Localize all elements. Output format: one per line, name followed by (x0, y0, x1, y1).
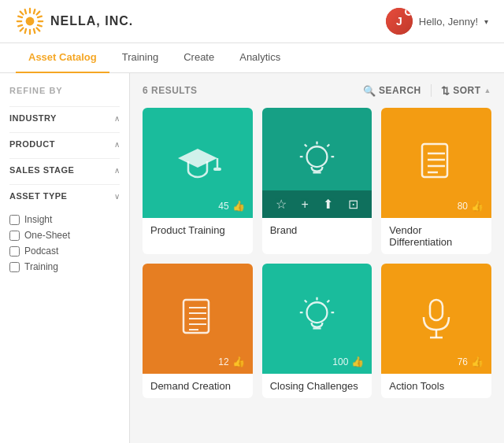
thumbs-up-icon: 👍 (232, 200, 245, 212)
logo-icon (16, 7, 44, 35)
svg-line-26 (327, 144, 329, 146)
external-link-icon[interactable]: ⊡ (348, 197, 358, 212)
sort-chevron-icon: ▲ (484, 87, 491, 94)
card-thumb-product-training: 45 👍 (143, 108, 253, 218)
filter-sales-stage: SALES STAGE ∧ (9, 158, 120, 181)
asset-grid: 45 👍 Product Training (143, 108, 491, 398)
filter-asset-type-header[interactable]: ASSET TYPE ∨ (9, 184, 120, 207)
svg-rect-45 (430, 300, 443, 320)
card-title-demand-creation: Demand Creation (143, 374, 253, 398)
graduation-icon (174, 139, 221, 186)
content-area: 6 RESULTS 🔍 SEARCH ⇅ SORT ▲ (130, 73, 504, 443)
card-title-product-training: Product Training (143, 218, 253, 242)
filter-checkbox-training[interactable] (9, 262, 20, 272)
logo-text: NELLA, INC. (50, 14, 133, 28)
card-thumb-action-tools: 76 👍 (381, 264, 491, 374)
document-icon (416, 139, 457, 186)
search-label: SEARCH (379, 85, 421, 96)
svg-line-12 (18, 25, 22, 26)
filter-sales-stage-title: SALES STAGE (9, 165, 74, 175)
card-count-product-training: 45 👍 (218, 200, 244, 212)
filter-asset-type-options: Insight One-Sheet Podcast Training (9, 207, 120, 279)
filter-option-one-sheet[interactable]: One-Sheet (9, 227, 120, 243)
card-brand[interactable]: ☆ + ⬆ ⊡ Brand (262, 108, 372, 254)
sort-label: SORT (453, 85, 480, 96)
filter-sales-stage-header[interactable]: SALES STAGE ∧ (9, 158, 120, 181)
card-count-demand-creation: 12 👍 (218, 356, 244, 367)
filter-sales-stage-chevron-icon: ∧ (114, 166, 120, 175)
filter-asset-type: ASSET TYPE ∨ Insight One-Sheet Podcast (9, 184, 120, 279)
filter-industry-title: INDUSTRY (9, 113, 57, 123)
card-count-vendor-differentiation: 80 👍 (458, 200, 484, 212)
svg-line-13 (18, 17, 22, 17)
svg-rect-32 (183, 300, 209, 333)
filter-option-training-label: Training (24, 261, 58, 272)
sort-button[interactable]: ⇅ SORT ▲ (441, 85, 491, 97)
lightbulb-icon-2 (295, 295, 339, 342)
filter-checkbox-insight[interactable] (9, 215, 20, 225)
card-hover-overlay-brand: ☆ + ⬆ ⊡ (262, 190, 372, 218)
filter-industry: INDUSTRY ∧ (9, 106, 120, 129)
card-thumb-demand-creation: 12 👍 (143, 264, 253, 374)
card-count-action-tools: 76 👍 (458, 356, 484, 367)
svg-line-44 (327, 300, 329, 302)
logo-area: NELLA, INC. (16, 7, 133, 35)
card-title-closing-challenges: Closing Challenges (262, 374, 372, 398)
thumbs-up-icon: 👍 (232, 356, 245, 367)
card-closing-challenges[interactable]: 100 👍 Closing Challenges (262, 264, 372, 398)
svg-line-6 (37, 28, 40, 31)
nav-item-asset-catalog[interactable]: Asset Catalog (16, 43, 109, 73)
filter-industry-chevron-icon: ∧ (114, 114, 120, 123)
filter-industry-header[interactable]: INDUSTRY ∧ (9, 106, 120, 129)
filter-option-podcast-label: Podcast (24, 245, 58, 257)
filter-checkbox-podcast[interactable] (9, 246, 20, 257)
svg-point-0 (26, 17, 35, 26)
filter-product-header[interactable]: PRODUCT ∧ (9, 132, 120, 155)
search-icon: 🔍 (363, 85, 376, 97)
card-title-brand: Brand (262, 218, 372, 242)
add-icon[interactable]: + (302, 198, 309, 212)
nav-item-create[interactable]: Create (171, 43, 227, 73)
filter-option-training[interactable]: Training (9, 259, 120, 275)
sort-icon: ⇅ (441, 85, 450, 97)
thumbs-up-icon: 👍 (351, 356, 364, 367)
svg-line-11 (38, 17, 42, 17)
results-header: 6 RESULTS 🔍 SEARCH ⇅ SORT ▲ (143, 84, 491, 97)
results-count: 6 RESULTS (143, 85, 198, 96)
main-nav: Asset Catalog Training Create Analytics (0, 43, 504, 73)
bookmark-icon[interactable]: ☆ (276, 197, 287, 212)
card-vendor-differentiation[interactable]: 80 👍 Vendor Differentiation (381, 108, 491, 254)
lightbulb-icon (295, 139, 339, 186)
svg-marker-17 (178, 149, 217, 168)
avatar: J (386, 8, 413, 35)
filter-checkbox-one-sheet[interactable] (9, 231, 20, 241)
card-thumb-closing-challenges: 100 👍 (262, 264, 372, 374)
filter-option-insight[interactable]: Insight (9, 212, 120, 227)
results-actions: 🔍 SEARCH ⇅ SORT ▲ (363, 84, 491, 97)
filter-option-podcast[interactable]: Podcast (9, 243, 120, 259)
filter-product: PRODUCT ∧ (9, 132, 120, 155)
user-area[interactable]: J Hello, Jenny! ▾ (386, 8, 488, 35)
svg-point-38 (307, 302, 328, 323)
nav-item-training[interactable]: Training (109, 43, 171, 73)
svg-line-8 (20, 28, 24, 31)
card-title-action-tools: Action Tools (381, 374, 491, 398)
nav-item-analytics[interactable]: Analytics (227, 43, 293, 73)
document-lines-icon (177, 295, 218, 342)
card-product-training[interactable]: 45 👍 Product Training (143, 108, 253, 254)
share-icon[interactable]: ⬆ (323, 197, 333, 212)
search-button[interactable]: 🔍 SEARCH (363, 85, 421, 97)
filter-product-chevron-icon: ∧ (114, 140, 120, 149)
svg-line-14 (38, 25, 42, 26)
svg-line-25 (305, 144, 307, 146)
card-demand-creation[interactable]: 12 👍 Demand Creation (143, 264, 253, 398)
thumbs-up-icon: 👍 (471, 356, 484, 367)
card-action-tools[interactable]: 76 👍 Action Tools (381, 264, 491, 398)
filter-option-insight-label: Insight (24, 214, 52, 225)
svg-line-7 (37, 12, 40, 15)
svg-point-20 (307, 146, 328, 167)
filter-option-one-sheet-label: One-Sheet (24, 230, 70, 241)
svg-line-15 (34, 9, 35, 13)
svg-line-9 (25, 9, 26, 13)
actions-divider (431, 84, 432, 97)
